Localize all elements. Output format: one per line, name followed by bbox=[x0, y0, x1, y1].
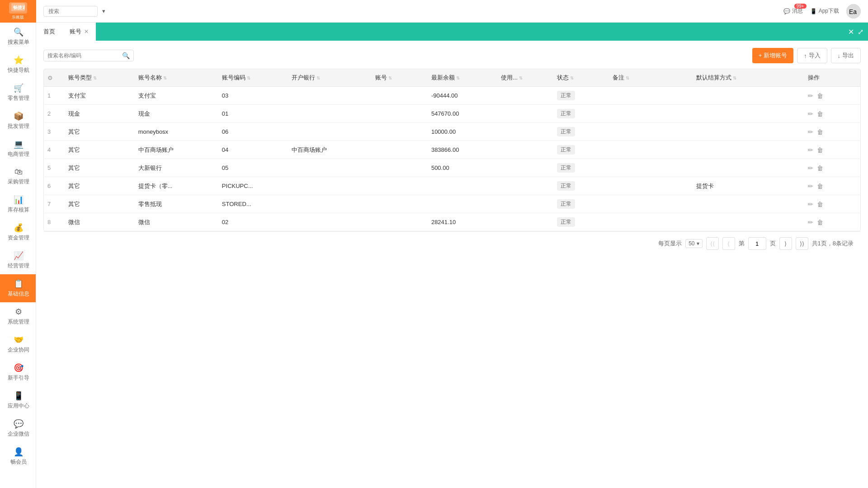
export-button[interactable]: ↓ 导出 bbox=[831, 48, 861, 63]
cell-account bbox=[372, 123, 427, 141]
delete-icon[interactable]: 🗑 bbox=[817, 146, 823, 154]
sidebar-item-finance[interactable]: 💰 资金管理 bbox=[0, 218, 36, 246]
enterprise-icon: 🤝 bbox=[14, 335, 24, 345]
export-icon: ↓ bbox=[838, 52, 841, 59]
th-action: 操作 bbox=[804, 69, 860, 87]
sidebar-item-enterprise[interactable]: 🤝 企业协同 bbox=[0, 330, 36, 358]
sort-account-icon: ⇅ bbox=[388, 75, 392, 80]
cell-bank: 中百商场账户 bbox=[288, 141, 372, 159]
th-code[interactable]: 账号编码 ⇅ bbox=[218, 69, 288, 87]
table-header: ⚙ 账号类型 ⇅ 账号名称 ⇅ bbox=[44, 69, 860, 87]
edit-icon[interactable]: ✏ bbox=[808, 201, 813, 208]
sort-code-icon: ⇅ bbox=[247, 75, 250, 80]
logo[interactable]: 畅捷通 乐账版 bbox=[0, 0, 36, 23]
delete-icon[interactable]: 🗑 bbox=[817, 92, 823, 99]
th-settings[interactable]: ⚙ bbox=[44, 69, 65, 87]
th-use[interactable]: 使用... ⇅ bbox=[497, 69, 553, 87]
sidebar-item-wechat[interactable]: 💬 企业微信 bbox=[0, 414, 36, 442]
cell-remark bbox=[609, 177, 693, 195]
page-prev-button[interactable]: ⟨ bbox=[722, 237, 735, 250]
search-icon[interactable]: 🔍 bbox=[122, 52, 130, 59]
th-type[interactable]: 账号类型 ⇅ bbox=[65, 69, 134, 87]
cell-balance: 500.00 bbox=[428, 159, 497, 177]
sidebar-item-search[interactable]: 🔍 搜索菜单 bbox=[0, 23, 36, 51]
page-first-button[interactable]: ⟨⟨ bbox=[706, 237, 719, 250]
th-bank[interactable]: 开户银行 ⇅ bbox=[288, 69, 372, 87]
download-icon: 📱 bbox=[810, 8, 817, 14]
sidebar-item-wholesale[interactable]: 📦 批发管理 bbox=[0, 107, 36, 135]
page-input[interactable] bbox=[748, 237, 766, 250]
page-last-button[interactable]: ⟩⟩ bbox=[796, 237, 808, 250]
sidebar-item-system[interactable]: ⚙ 系统管理 bbox=[0, 302, 36, 330]
edit-icon[interactable]: ✏ bbox=[808, 92, 813, 99]
account-search-box[interactable]: 🔍 bbox=[43, 50, 134, 61]
sidebar-item-retail[interactable]: 🛒 零售管理 bbox=[0, 79, 36, 107]
cell-name: moneybosx bbox=[135, 123, 218, 141]
topbar-dropdown[interactable]: ▾ bbox=[102, 8, 105, 14]
delete-icon[interactable]: 🗑 bbox=[817, 128, 823, 136]
th-default[interactable]: 默认结算方式 ⇅ bbox=[693, 69, 804, 87]
edit-icon[interactable]: ✏ bbox=[808, 146, 813, 154]
sidebar-item-basic[interactable]: 📋 基础信息 bbox=[0, 274, 36, 302]
cell-remark bbox=[609, 195, 693, 213]
topbar: ▾ 💬 消息 99+ 📱 App下载 Ea bbox=[36, 0, 868, 23]
th-remark[interactable]: 备注 ⇅ bbox=[609, 69, 693, 87]
tab-account[interactable]: 账号 ✕ bbox=[62, 23, 96, 41]
delete-icon[interactable]: 🗑 bbox=[817, 110, 823, 117]
tab-minimize-icon[interactable]: ✕ bbox=[848, 28, 854, 36]
message-button[interactable]: 💬 消息 99+ bbox=[783, 7, 803, 15]
cell-use bbox=[497, 159, 553, 177]
th-account[interactable]: 账号 ⇅ bbox=[372, 69, 427, 87]
sidebar-item-operations[interactable]: 📈 经营管理 bbox=[0, 246, 36, 274]
sort-balance-icon: ⇅ bbox=[456, 75, 460, 80]
cell-action: ✏ 🗑 bbox=[804, 105, 860, 123]
edit-icon[interactable]: ✏ bbox=[808, 128, 813, 136]
per-page-chevron: ▾ bbox=[697, 240, 699, 247]
sidebar-item-quick[interactable]: ⭐ 快捷导航 bbox=[0, 51, 36, 79]
user-avatar[interactable]: Ea bbox=[846, 4, 861, 19]
delete-icon[interactable]: 🗑 bbox=[817, 183, 823, 190]
settings-icon[interactable]: ⚙ bbox=[47, 75, 53, 81]
tabbar: 首页 账号 ✕ ✕ ⤢ bbox=[36, 23, 868, 41]
wholesale-icon: 📦 bbox=[14, 111, 24, 121]
cell-default bbox=[693, 195, 804, 213]
delete-icon[interactable]: 🗑 bbox=[817, 164, 823, 172]
topbar-search-input[interactable] bbox=[43, 6, 98, 17]
sidebar-item-appcenter[interactable]: 📱 应用中心 bbox=[0, 386, 36, 414]
cell-num: 1 bbox=[44, 87, 65, 105]
delete-icon[interactable]: 🗑 bbox=[817, 219, 823, 226]
sidebar-item-guide[interactable]: 🎯 新手引导 bbox=[0, 358, 36, 386]
logo-icon: 畅捷通 bbox=[9, 2, 27, 14]
download-button[interactable]: 📱 App下载 bbox=[810, 7, 839, 15]
delete-icon[interactable]: 🗑 bbox=[817, 201, 823, 208]
edit-icon[interactable]: ✏ bbox=[808, 164, 813, 172]
import-button[interactable]: ↑ 导入 bbox=[797, 48, 827, 63]
sidebar-item-member[interactable]: 👤 畅会员 bbox=[0, 442, 36, 470]
edit-icon[interactable]: ✏ bbox=[808, 183, 813, 190]
cell-balance: 10000.00 bbox=[428, 123, 497, 141]
cell-use bbox=[497, 105, 553, 123]
edit-icon[interactable]: ✏ bbox=[808, 219, 813, 226]
guide-icon: 🎯 bbox=[14, 363, 24, 373]
tab-home[interactable]: 首页 bbox=[36, 23, 62, 41]
th-name[interactable]: 账号名称 ⇅ bbox=[135, 69, 218, 87]
sidebar-item-inventory[interactable]: 📊 库存核算 bbox=[0, 190, 36, 218]
th-balance[interactable]: 最新余额 ⇅ bbox=[428, 69, 497, 87]
edit-icon[interactable]: ✏ bbox=[808, 110, 813, 117]
tab-close-icon[interactable]: ✕ bbox=[84, 28, 89, 35]
cell-name: 现金 bbox=[135, 105, 218, 123]
per-page-select[interactable]: 50 ▾ bbox=[685, 239, 702, 248]
th-status[interactable]: 状态 ⇅ bbox=[553, 69, 609, 87]
tab-maximize-icon[interactable]: ⤢ bbox=[858, 28, 863, 36]
page-next-button[interactable]: ⟩ bbox=[779, 237, 792, 250]
sidebar-item-ecommerce[interactable]: 💻 电商管理 bbox=[0, 135, 36, 163]
search-nav-icon: 🔍 bbox=[14, 27, 24, 37]
cell-name: 零售抵现 bbox=[135, 195, 218, 213]
sidebar-item-purchase[interactable]: 🛍 采购管理 bbox=[0, 163, 36, 190]
cell-bank bbox=[288, 105, 372, 123]
cell-type: 其它 bbox=[65, 141, 134, 159]
svg-text:畅捷通: 畅捷通 bbox=[13, 5, 25, 10]
add-account-button[interactable]: + 新增账号 bbox=[752, 48, 793, 63]
table-row: 8 微信 微信 02 28241.10 正常 ✏ 🗑 bbox=[44, 213, 860, 231]
account-search-input[interactable] bbox=[47, 52, 122, 59]
